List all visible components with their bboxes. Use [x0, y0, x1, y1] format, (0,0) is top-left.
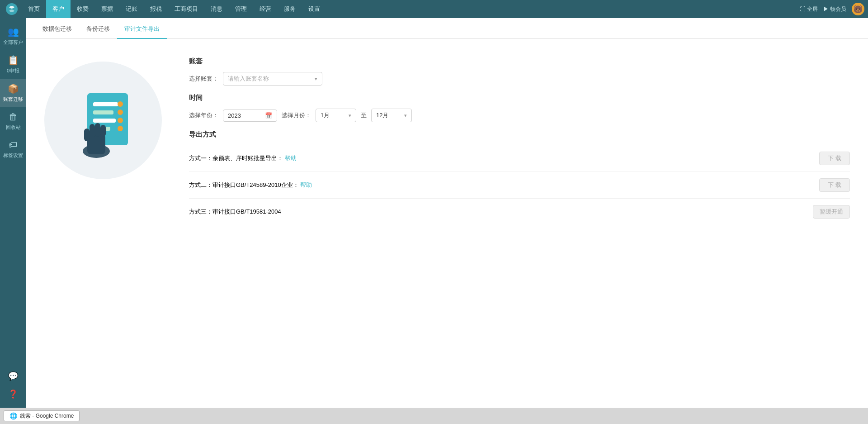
svg-point-6	[118, 101, 123, 107]
page-content: 账套 选择账套： 请输入账套名称 ▾ 时间 选择年份： 2023 📅	[26, 39, 868, 408]
to-text: 至	[361, 111, 367, 119]
nav-fee[interactable]: 收费	[71, 0, 95, 18]
top-nav-right: ⛶ 全屏 ▶ 畅会员 🐻	[800, 3, 864, 15]
account-select-placeholder: 请输入账套名称	[228, 75, 269, 83]
tab-audit-export[interactable]: 审计文件导出	[117, 20, 167, 39]
help-icon[interactable]: ❓	[5, 386, 21, 402]
month-start-select[interactable]: 1月 ▾	[316, 109, 356, 122]
nav-home[interactable]: 首页	[22, 0, 46, 18]
avatar[interactable]: 🐻	[852, 3, 864, 15]
sidebar-item-recycle[interactable]: 🗑 回收站	[0, 107, 26, 135]
method2-label: 方式二：审计接口GB/T24589-2010企业： 帮助	[189, 181, 312, 189]
illustration-wrap	[44, 52, 162, 179]
export-method-2: 方式二：审计接口GB/T24589-2010企业： 帮助 下 载	[189, 172, 850, 199]
calendar-icon: 📅	[265, 112, 272, 119]
sidebar-item-account-migration[interactable]: 📦 账套迁移	[0, 79, 26, 107]
vip-button[interactable]: ▶ 畅会员	[823, 5, 846, 13]
svg-rect-14	[95, 123, 100, 137]
account-select-dropdown[interactable]: 请输入账套名称 ▾	[223, 72, 322, 86]
export-method-1: 方式一：余额表、序时账批量导出： 帮助 下 载	[189, 145, 850, 172]
time-section-title: 时间	[189, 94, 850, 102]
sidebar-bottom: 💬 ❓	[5, 368, 21, 408]
tab-backup-migration[interactable]: 备份迁移	[79, 20, 117, 39]
top-nav: 首页 客户 收费 票据 记账 报税 工商项目 消息 管理 经营 服务 设置 ⛶ …	[0, 0, 868, 18]
svg-rect-12	[84, 129, 90, 141]
nav-invoice[interactable]: 票据	[95, 0, 119, 18]
nav-service[interactable]: 服务	[278, 0, 302, 18]
taskbar-chrome-item[interactable]: 🌐 线索 - Google Chrome	[4, 410, 80, 421]
sidebar: 👥 全部客户 📋 0申报 📦 账套迁移 🗑 回收站 🏷 标签设置 💬 ❓	[0, 18, 26, 408]
method2-help-link[interactable]: 帮助	[300, 181, 312, 188]
method2-download-button[interactable]: 下 载	[819, 178, 850, 192]
year-value: 2023	[228, 112, 241, 119]
month-end-select[interactable]: 12月 ▾	[371, 109, 412, 122]
method1-download-button[interactable]: 下 载	[819, 152, 850, 165]
svg-rect-15	[100, 125, 106, 137]
month-start-value: 1月	[321, 111, 330, 119]
app-logo	[4, 1, 20, 17]
label-settings-icon: 🏷	[9, 140, 18, 150]
content-area: 数据包迁移 备份迁移 审计文件导出	[26, 18, 868, 408]
month-label: 选择月份：	[282, 111, 311, 119]
svg-point-7	[118, 110, 123, 115]
sidebar-item-label-settings[interactable]: 🏷 标签设置	[0, 135, 26, 163]
nav-settings[interactable]: 设置	[302, 0, 326, 18]
illustration-svg	[62, 75, 144, 166]
nav-tax[interactable]: 报税	[144, 0, 168, 18]
year-label: 选择年份：	[189, 111, 218, 119]
account-section-title: 账套	[189, 57, 850, 66]
sidebar-item-zero-declare[interactable]: 📋 0申报	[0, 50, 26, 79]
fullscreen-button[interactable]: ⛶ 全屏	[800, 5, 817, 13]
sub-tabs: 数据包迁移 备份迁移 审计文件导出	[26, 18, 868, 39]
svg-rect-13	[90, 124, 95, 138]
svg-rect-2	[93, 102, 118, 106]
time-row: 选择年份： 2023 📅 选择月份： 1月 ▾ 至 12月 ▾	[189, 109, 850, 122]
account-select-row: 选择账套： 请输入账套名称 ▾	[189, 72, 850, 86]
svg-point-9	[118, 126, 123, 131]
chevron-down-icon: ▾	[315, 76, 317, 82]
year-input[interactable]: 2023 📅	[223, 110, 277, 122]
chat-icon[interactable]: 💬	[5, 368, 21, 384]
account-migration-icon: 📦	[8, 83, 19, 94]
method3-open-button[interactable]: 暂缓开通	[813, 205, 850, 219]
nav-business[interactable]: 工商项目	[168, 0, 204, 18]
method1-text: 方式一：余额表、序时账批量导出：	[189, 155, 283, 162]
svg-rect-4	[93, 119, 116, 123]
account-select-label: 选择账套：	[189, 75, 218, 83]
nav-operation[interactable]: 经营	[253, 0, 278, 18]
all-customers-icon: 👥	[8, 26, 19, 37]
method3-text: 方式三：审计接口GB/T19581-2004	[189, 208, 281, 215]
zero-declare-icon: 📋	[8, 55, 19, 66]
month-end-chevron-icon: ▾	[404, 113, 407, 119]
method2-text: 方式二：审计接口GB/T24589-2010企业：	[189, 181, 299, 188]
month-end-value: 12月	[376, 111, 388, 119]
taskbar: 🌐 线索 - Google Chrome	[0, 408, 868, 424]
svg-rect-3	[93, 110, 113, 114]
nav-manage[interactable]: 管理	[229, 0, 253, 18]
main-layout: 👥 全部客户 📋 0申报 📦 账套迁移 🗑 回收站 🏷 标签设置 💬 ❓ 数据包…	[0, 18, 868, 408]
export-section-title: 导出方式	[189, 130, 850, 139]
svg-point-8	[118, 118, 123, 123]
nav-customer[interactable]: 客户	[46, 0, 71, 18]
recycle-icon: 🗑	[9, 112, 18, 122]
chrome-icon: 🌐	[9, 412, 17, 419]
illustration-circle	[44, 62, 162, 179]
method1-help-link[interactable]: 帮助	[285, 155, 297, 162]
sidebar-item-all-customers[interactable]: 👥 全部客户	[0, 22, 26, 50]
tab-data-migration[interactable]: 数据包迁移	[35, 20, 79, 39]
taskbar-chrome-label: 线索 - Google Chrome	[20, 412, 74, 420]
nav-message[interactable]: 消息	[204, 0, 229, 18]
svg-point-0	[6, 3, 18, 15]
method3-label: 方式三：审计接口GB/T19581-2004	[189, 208, 281, 216]
method1-label: 方式一：余额表、序时账批量导出： 帮助	[189, 154, 297, 162]
nav-items: 首页 客户 收费 票据 记账 报税 工商项目 消息 管理 经营 服务 设置	[22, 0, 800, 18]
month-start-chevron-icon: ▾	[349, 113, 351, 119]
export-method-3: 方式三：审计接口GB/T19581-2004 暂缓开通	[189, 199, 850, 225]
form-area: 账套 选择账套： 请输入账套名称 ▾ 时间 选择年份： 2023 📅	[189, 52, 850, 225]
nav-bookkeeping[interactable]: 记账	[119, 0, 144, 18]
